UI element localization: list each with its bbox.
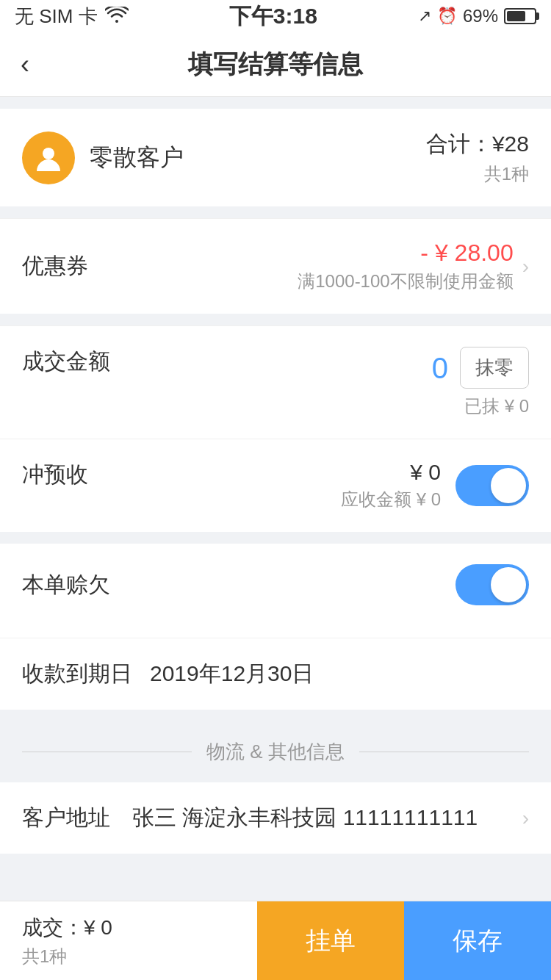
customer-info: 零散客户	[22, 131, 184, 184]
debt-section: 本单赊欠 收款到期日 2019年12月30日	[0, 544, 551, 710]
bottom-deal-label: 成交：	[22, 916, 84, 939]
divider-line-right	[359, 752, 529, 752]
hold-button[interactable]: 挂单	[257, 901, 404, 981]
bottom-count: 共1种	[22, 945, 235, 968]
total-count: 共1种	[426, 162, 529, 186]
carrier-text: 无 SIM 卡	[15, 4, 98, 29]
battery-icon	[504, 8, 536, 24]
status-left: 无 SIM 卡	[15, 4, 129, 29]
debt-row: 本单赊欠	[0, 544, 551, 626]
deal-prepay-section: 成交金额 0 抹零 已抹 ¥ 0 冲预收 ¥ 0 应收金额 ¥ 0	[0, 325, 551, 532]
avatar	[22, 131, 75, 184]
coupon-value-group: - ¥ 28.00 满1000-100不限制使用金额	[298, 239, 513, 293]
bottom-deal-row: 成交：¥ 0	[22, 914, 235, 942]
coupon-row[interactable]: 优惠券 - ¥ 28.00 满1000-100不限制使用金额 ›	[0, 218, 551, 314]
address-section: 客户地址 张三 海淀永丰科技园 11111111111 ›	[0, 782, 551, 854]
debt-toggle-knob	[491, 567, 526, 602]
deal-amount-label: 成交金额	[22, 347, 110, 377]
logistics-label: 物流 & 其他信息	[192, 739, 359, 765]
chevron-icon: ›	[522, 255, 529, 278]
address-label: 客户地址	[22, 803, 110, 833]
coupon-section: 优惠券 - ¥ 28.00 满1000-100不限制使用金额 ›	[0, 218, 551, 314]
customer-total: 合计：¥28 共1种	[426, 129, 529, 186]
prepay-amount: ¥ 0	[341, 460, 441, 485]
divider-line-left	[22, 752, 192, 752]
due-date-value[interactable]: 2019年12月30日	[150, 659, 314, 689]
page-title: 填写结算等信息	[188, 48, 363, 82]
alarm-icon: ⏰	[437, 7, 457, 26]
debt-toggle[interactable]	[455, 564, 529, 605]
address-row[interactable]: 客户地址 张三 海淀永丰科技园 11111111111 ›	[0, 782, 551, 854]
prepay-label: 冲预收	[22, 460, 88, 490]
back-button[interactable]: ‹	[21, 49, 29, 80]
deal-amount-row: 成交金额 0 抹零 已抹 ¥ 0	[0, 325, 551, 439]
coupon-amount: - ¥ 28.00	[298, 239, 513, 267]
bottom-info: 成交：¥ 0 共1种	[0, 914, 257, 968]
toggle-knob	[491, 468, 526, 503]
already-rounded: 已抹 ¥ 0	[22, 394, 529, 418]
due-date-label: 收款到期日	[22, 659, 132, 689]
due-date-row: 收款到期日 2019年12月30日	[0, 638, 551, 710]
coupon-desc: 满1000-100不限制使用金额	[298, 270, 513, 293]
deal-amount-value[interactable]: 0	[432, 353, 448, 383]
battery-percent: 69%	[463, 6, 498, 26]
prepay-receivable: 应收金额 ¥ 0	[341, 488, 441, 511]
location-icon: ↗	[418, 7, 431, 26]
status-time: 下午3:18	[229, 1, 317, 32]
nav-bar: ‹ 填写结算等信息	[0, 32, 551, 97]
prepay-amount-group: ¥ 0 应收金额 ¥ 0	[341, 460, 441, 511]
save-button[interactable]: 保存	[404, 901, 551, 981]
address-chevron-icon: ›	[522, 807, 529, 830]
customer-name: 零散客户	[90, 142, 184, 174]
status-bar: 无 SIM 卡 下午3:18 ↗ ⏰ 69%	[0, 0, 551, 32]
prepay-right: ¥ 0 应收金额 ¥ 0	[341, 460, 529, 511]
status-right: ↗ ⏰ 69%	[418, 6, 536, 26]
coupon-label: 优惠券	[22, 251, 88, 281]
prepay-toggle[interactable]	[455, 465, 529, 506]
coupon-right: - ¥ 28.00 满1000-100不限制使用金额 ›	[298, 239, 529, 293]
deal-amount-right: 0 抹零	[432, 347, 529, 389]
prepay-row: 冲预收 ¥ 0 应收金额 ¥ 0	[0, 439, 551, 532]
logistics-divider: 物流 & 其他信息	[0, 721, 551, 782]
svg-point-0	[43, 148, 54, 159]
bottom-bar: 成交：¥ 0 共1种 挂单 保存	[0, 901, 551, 980]
address-value: 张三 海淀永丰科技园 11111111111	[132, 803, 522, 833]
customer-row[interactable]: 零散客户 合计：¥28 共1种	[0, 109, 551, 206]
debt-label: 本单赊欠	[22, 570, 110, 600]
wifi-icon	[105, 5, 129, 28]
customer-section: 零散客户 合计：¥28 共1种	[0, 109, 551, 206]
bottom-deal-amount: ¥ 0	[84, 916, 112, 939]
round-button[interactable]: 抹零	[460, 347, 529, 389]
total-amount: 合计：¥28	[426, 129, 529, 159]
